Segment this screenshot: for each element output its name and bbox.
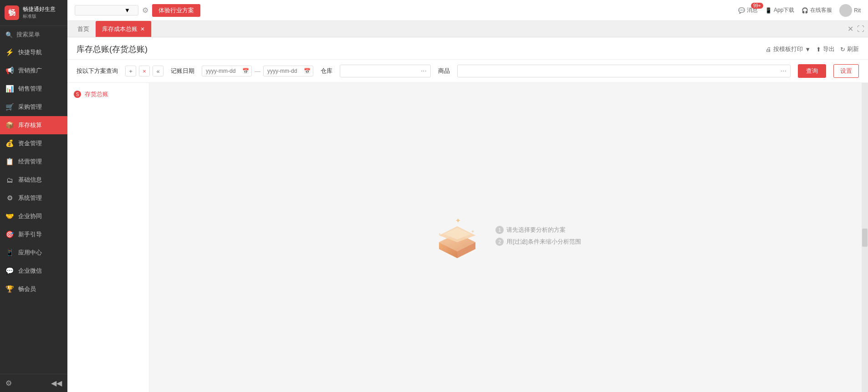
right-panel-handle[interactable] (862, 229, 868, 247)
date-start-input[interactable]: 📅 (202, 66, 252, 76)
user-info[interactable]: Rit (839, 4, 861, 17)
sidebar-item-label: 快捷导航 (18, 48, 42, 56)
print-template-btn[interactable]: 🖨 按模板打印 ▼ (766, 45, 811, 53)
warehouse-more-icon[interactable]: ··· (421, 67, 427, 75)
tip2-num: 2 (495, 238, 504, 246)
tab-close-icon[interactable]: ✕ (140, 26, 145, 32)
calendar-end-icon[interactable]: 📅 (304, 68, 311, 74)
sidebar-item-base-info[interactable]: 🗂 基础信息 (0, 171, 67, 189)
sidebar-item-label: 新手引导 (18, 230, 42, 239)
collapse-icon[interactable]: ◀◀ (51, 379, 62, 387)
date-start-field[interactable] (206, 68, 242, 74)
print-label: 按模板打印 (773, 45, 803, 53)
warehouse-input[interactable]: ··· (340, 65, 431, 77)
topbar-settings-icon[interactable]: ⚙ (142, 6, 148, 15)
svg-text:✦: ✦ (455, 217, 461, 224)
product-label: 商品 (438, 67, 450, 75)
print-dropdown-icon: ▼ (805, 46, 811, 53)
app-logo: 畅 畅捷通好生意 标准版 (0, 0, 67, 26)
export-label: 导出 (823, 45, 835, 53)
settings-btn[interactable]: 设置 (833, 64, 859, 78)
sidebar-item-member[interactable]: 🏆 畅会员 (0, 280, 67, 298)
filter-collapse-icon[interactable]: « (153, 66, 163, 76)
svg-text:✦: ✦ (471, 229, 475, 234)
app-download-btn[interactable]: 📱 App下载 (765, 6, 794, 14)
filter-delete-icon[interactable]: × (139, 66, 150, 76)
sidebar-item-operations[interactable]: 📋 经营管理 (0, 153, 67, 171)
tab-label: 库存成本总账 (102, 25, 138, 33)
topbar: ▼ ⚙ 体验行业方案 💬 消息 99+ 📱 App下载 🎧 在线客服 Rit (67, 0, 868, 21)
system-icon: ⚙ (5, 194, 14, 202)
export-icon: ⬆ (816, 46, 821, 53)
export-btn[interactable]: ⬆ 导出 (816, 45, 835, 53)
user-name: Rit (854, 7, 861, 14)
content-area: S 存货总账 (67, 83, 868, 392)
industry-btn[interactable]: 体验行业方案 (152, 4, 200, 17)
logo-icon: 畅 (5, 5, 19, 20)
sidebar-item-label: 企业微信 (18, 267, 42, 275)
scheme-sidebar: S 存货总账 (67, 83, 149, 392)
sidebar-item-enterprise[interactable]: 🤝 企业协同 (0, 207, 67, 225)
sidebar-footer: ⚙ ◀◀ (0, 374, 67, 392)
operations-icon: 📋 (5, 158, 14, 166)
product-input[interactable]: ··· (457, 65, 791, 77)
right-panel (862, 83, 868, 392)
sidebar-nav: ⚡ 快捷导航 📢 营销推广 📊 销售管理 🛒 采购管理 📦 库存核算 💰 资金管… (0, 43, 67, 374)
product-more-icon[interactable]: ··· (781, 67, 786, 75)
search-menu[interactable]: 🔍 搜索菜单 (0, 26, 67, 43)
quick-nav-icon: ⚡ (5, 48, 14, 56)
date-end-field[interactable] (267, 68, 304, 74)
page-title: 库存总账(存货总账) (77, 44, 148, 55)
marketing-icon: 📢 (5, 66, 14, 75)
sidebar-item-marketing[interactable]: 📢 营销推广 (0, 61, 67, 80)
scheme-item-icon: S (74, 91, 81, 98)
date-end-input[interactable]: 📅 (263, 66, 313, 76)
topbar-close[interactable]: ✕ ⛶ (848, 25, 864, 33)
sidebar-item-sales[interactable]: 📊 销售管理 (0, 80, 67, 98)
tip1-num: 1 (495, 226, 504, 234)
wechat-icon: 💬 (5, 267, 14, 275)
topbar-right: 💬 消息 99+ 📱 App下载 🎧 在线客服 Rit (738, 4, 861, 17)
sidebar-item-purchase[interactable]: 🛒 采购管理 (0, 98, 67, 116)
tip1: 1 请先选择要分析的方案 (495, 226, 581, 234)
message-btn[interactable]: 💬 消息 99+ (738, 6, 758, 14)
scheme-item-inventory[interactable]: S 存货总账 (67, 87, 149, 102)
sidebar-item-guide[interactable]: 🎯 新手引导 (0, 225, 67, 244)
sidebar-item-label: 基础信息 (18, 176, 42, 184)
empty-state-content: ✦ ✦ ✦ 1 请先选择要分析的方案 2 用[过滤]条件来缩小分析范围 (430, 210, 581, 265)
date-label: 记账日期 (171, 67, 194, 75)
empty-illustration: ✦ ✦ ✦ (430, 210, 485, 265)
sidebar-item-system[interactable]: ⚙ 系统管理 (0, 189, 67, 207)
resize-icon[interactable]: ⛶ (857, 25, 864, 33)
sidebar-item-app-center[interactable]: 📱 应用中心 (0, 244, 67, 262)
online-service-btn[interactable]: 🎧 在线客服 (802, 6, 832, 14)
online-service-icon: 🎧 (802, 7, 808, 14)
sidebar-item-inventory[interactable]: 📦 库存核算 (0, 116, 67, 134)
query-btn[interactable]: 查询 (798, 64, 826, 78)
topbar-search-box[interactable]: ▼ (75, 5, 138, 15)
filter-add-icon[interactable]: + (125, 66, 136, 76)
calendar-start-icon[interactable]: 📅 (242, 68, 249, 74)
empty-state: ✦ ✦ ✦ 1 请先选择要分析的方案 2 用[过滤]条件来缩小分析范围 (149, 83, 862, 392)
sidebar-item-quick-nav[interactable]: ⚡ 快捷导航 (0, 43, 67, 61)
date-input-group: 📅 — 📅 (202, 66, 313, 76)
tab-bar: 首页 库存成本总账 ✕ ✕ ⛶ (67, 21, 868, 37)
refresh-btn[interactable]: ↻ 刷新 (840, 45, 859, 53)
enterprise-icon: 🤝 (5, 212, 14, 220)
sidebar-item-finance[interactable]: 💰 资金管理 (0, 134, 67, 153)
tip1-text: 请先选择要分析的方案 (506, 226, 566, 234)
logo-text-group: 畅捷通好生意 标准版 (23, 6, 56, 20)
topbar-search-input[interactable] (79, 7, 124, 14)
app-badge: 标准版 (23, 13, 56, 20)
sidebar-item-wechat[interactable]: 💬 企业微信 (0, 262, 67, 280)
tab-inventory-ledger[interactable]: 库存成本总账 ✕ (96, 21, 152, 37)
inventory-icon: 📦 (5, 121, 14, 129)
search-dropdown-icon: ▼ (124, 7, 130, 14)
tab-home[interactable]: 首页 (71, 22, 96, 36)
member-icon: 🏆 (5, 285, 14, 293)
app-download-icon: 📱 (765, 7, 772, 14)
close-icon[interactable]: ✕ (848, 25, 853, 33)
tip2: 2 用[过滤]条件来缩小分析范围 (495, 238, 581, 246)
settings-footer-icon[interactable]: ⚙ (5, 379, 12, 387)
scheme-item-label: 存货总账 (85, 90, 108, 98)
